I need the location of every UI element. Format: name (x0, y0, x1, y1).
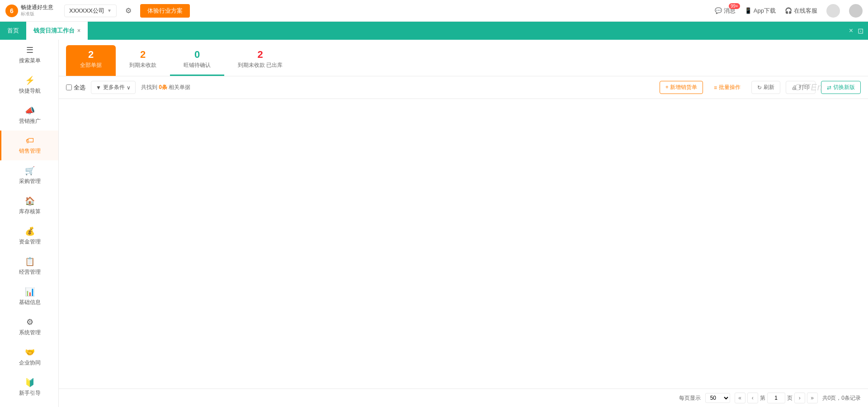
message-item[interactable]: 💬 消息 99+ (715, 7, 736, 15)
switch-icon: ⇄ (827, 84, 831, 91)
toolbar: 全选 ▼ 更多条件 ∨ 共找到 0条 相关单据 + 新增销货单 ≡ 批量操作 (59, 76, 868, 99)
tab-qianghuo-label: 钱货日清工作台 (33, 27, 75, 35)
found-text: 共找到 0条 相关单据 (141, 84, 190, 91)
settings-icon[interactable]: ⚙ (121, 4, 136, 18)
refresh-label: 刷新 (764, 84, 774, 91)
filter-label: 更多条件 (103, 84, 125, 91)
switch-label: 切换新版 (833, 84, 855, 91)
quicknav-icon: ⚡ (25, 75, 35, 85)
basicinfo-icon: 📊 (25, 287, 35, 297)
next-page-button[interactable]: › (794, 393, 805, 403)
empty-table-area (59, 99, 868, 388)
table-footer: 每页显示 10 20 50 100 « ‹ 第 页 › » 共0页，0条记录 (59, 388, 868, 407)
stat-tab-overdue[interactable]: 2 到期未收款 (116, 45, 170, 76)
app-download-item[interactable]: 📱 App下载 (745, 7, 776, 15)
filter-button[interactable]: ▼ 更多条件 ∨ (91, 81, 136, 94)
online-service-item[interactable]: 🎧 在线客服 (785, 7, 817, 15)
company-arrow-icon: ▼ (107, 8, 112, 13)
sales-icon: 🏷 (26, 136, 34, 145)
logo-text: 畅捷通好生意 (21, 4, 53, 11)
found-suffix: 相关单据 (169, 84, 190, 90)
page-size-select[interactable]: 10 20 50 100 (705, 393, 730, 403)
company-name: XXXXXX公司 (69, 7, 104, 15)
add-sales-order-button[interactable]: + 新增销货单 (660, 81, 703, 94)
marketing-icon: 📣 (25, 106, 35, 116)
trial-button[interactable]: 体验行业方案 (140, 4, 190, 18)
logo-sub: 标准版 (21, 11, 53, 17)
print-icon: 🖨 (792, 84, 797, 91)
stat-num-all: 2 (88, 49, 94, 61)
select-all-input[interactable] (66, 84, 72, 90)
header-right: 💬 消息 99+ 📱 App下载 🎧 在线客服 (715, 4, 863, 18)
sidebar-item-label-search: 搜索菜单 (19, 57, 41, 65)
prev-page-button[interactable]: ‹ (747, 393, 758, 403)
sidebar-item-appcenter[interactable]: 📦 应用中心 (0, 402, 58, 407)
stat-tab-pending[interactable]: 0 旺铺待确认 (170, 45, 224, 76)
found-prefix: 共找到 (141, 84, 157, 90)
sidebar-item-label-basicinfo: 基础信息 (19, 299, 41, 306)
finance-icon: 💰 (25, 226, 35, 236)
total-info: 共0页，0条记录 (822, 394, 861, 402)
collab-icon: 🤝 (25, 347, 35, 357)
stat-label-all: 全部单据 (80, 61, 102, 69)
filter-arrow-icon: ∨ (127, 84, 131, 91)
sidebar-item-label-quicknav: 快捷导航 (19, 87, 41, 95)
refresh-icon: ↻ (757, 84, 762, 91)
logo-area: 6 畅捷通好生意 标准版 (5, 4, 64, 18)
content-area: 2 全部单据 2 到期未收款 0 旺铺待确认 2 到期未收款 已出库 全选 (59, 40, 868, 407)
username-area[interactable] (849, 4, 863, 18)
toolbar-right: + 新增销货单 ≡ 批量操作 ↻ 刷新 🖨 打印 ⇄ 切换新版 (660, 81, 861, 94)
page-input[interactable] (767, 393, 785, 403)
switch-version-button[interactable]: ⇄ 切换新版 (821, 81, 861, 94)
stat-label-pending: 旺铺待确认 (184, 61, 211, 69)
sidebar-item-guide[interactable]: 🔰 新手引导 (0, 372, 58, 402)
select-all-checkbox[interactable]: 全选 (66, 84, 85, 92)
sidebar-item-basicinfo[interactable]: 📊 基础信息 (0, 281, 58, 312)
refresh-button[interactable]: ↻ 刷新 (751, 81, 780, 94)
avatar[interactable] (826, 4, 840, 18)
purchase-icon: 🛒 (25, 166, 35, 176)
sidebar: ☰ 搜索菜单 ⚡ 快捷导航 📣 营销推广 🏷 销售管理 🛒 采购管理 🏠 库存核… (0, 40, 59, 407)
tab-right-buttons: × ⊡ (844, 22, 868, 40)
filter-icon: ▼ (96, 84, 101, 91)
sidebar-item-finance[interactable]: 💰 资金管理 (0, 221, 58, 251)
sidebar-item-marketing[interactable]: 📣 营销推广 (0, 100, 58, 131)
sidebar-item-system[interactable]: ⚙ 系统管理 (0, 312, 58, 342)
tab-maximize-icon[interactable]: ⊡ (858, 27, 863, 35)
sidebar-item-sales[interactable]: 🏷 销售管理 (0, 131, 58, 160)
logo-icon: 6 (5, 5, 18, 17)
online-service-icon: 🎧 (785, 7, 792, 14)
first-page-button[interactable]: « (735, 393, 745, 403)
sidebar-item-label-system: 系统管理 (19, 329, 41, 337)
stat-num-overdue: 2 (140, 49, 146, 61)
tab-minimize-icon[interactable]: × (849, 27, 853, 35)
company-selector[interactable]: XXXXXX公司 ▼ (64, 5, 117, 17)
stat-tab-all[interactable]: 2 全部单据 (66, 45, 116, 76)
search-menu-icon: ☰ (26, 45, 33, 55)
sidebar-item-quicknav[interactable]: ⚡ 快捷导航 (0, 70, 58, 100)
print-button[interactable]: 🖨 打印 (786, 81, 816, 94)
stat-tab-overdue-out[interactable]: 2 到期未收款 已出库 (224, 45, 296, 76)
batch-operation-button[interactable]: ≡ 批量操作 (708, 81, 746, 94)
sidebar-item-purchase[interactable]: 🛒 采购管理 (0, 160, 58, 191)
sidebar-item-label-collab: 企业协同 (19, 359, 41, 367)
page-nav: « ‹ 第 页 › » (735, 393, 818, 403)
message-badge: 99+ (729, 3, 740, 9)
sidebar-item-search[interactable]: ☰ 搜索菜单 (0, 40, 58, 70)
sidebar-item-inventory[interactable]: 🏠 库存核算 (0, 191, 58, 221)
stat-label-overdue: 到期未收款 (129, 61, 156, 69)
system-icon: ⚙ (26, 317, 33, 327)
last-page-button[interactable]: » (807, 393, 818, 403)
tab-home[interactable]: 首页 (0, 22, 26, 40)
page-label-end: 页 (787, 394, 793, 402)
sidebar-item-operations[interactable]: 📋 经营管理 (0, 251, 58, 281)
toolbar-left: 全选 ▼ 更多条件 ∨ 共找到 0条 相关单据 (66, 81, 654, 94)
main-layout: ☰ 搜索菜单 ⚡ 快捷导航 📣 营销推广 🏷 销售管理 🛒 采购管理 🏠 库存核… (0, 40, 868, 407)
sidebar-item-collab[interactable]: 🤝 企业协同 (0, 342, 58, 372)
tab-qianghuo[interactable]: 钱货日清工作台 × (26, 22, 88, 40)
tab-close-icon[interactable]: × (77, 28, 80, 34)
stats-tabs: 2 全部单据 2 到期未收款 0 旺铺待确认 2 到期未收款 已出库 (59, 40, 868, 76)
guide-icon: 🔰 (25, 378, 35, 388)
sidebar-item-label-finance: 资金管理 (19, 238, 41, 246)
select-all-label: 全选 (74, 84, 85, 92)
